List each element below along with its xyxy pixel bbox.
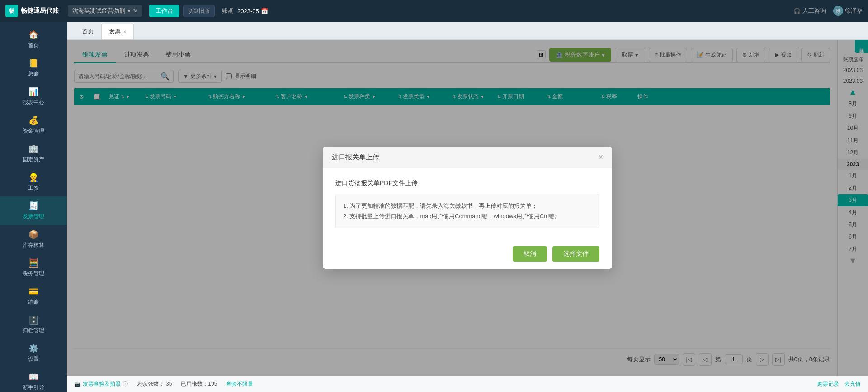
topbar-mid: 工作台 切到旧版 账期 2023-05 📅 xyxy=(149,5,268,17)
modal-overlay: 进口报关单上传 × 进口货物报关单PDF文件上传 1. 为了更加精准的数据匹配，… xyxy=(67,40,868,376)
buy-record-link[interactable]: 购票记录 xyxy=(817,380,839,388)
modal-close-button[interactable]: × xyxy=(598,153,603,161)
company-selector[interactable]: 沈海英测试经营勿删 ▾ ✎ xyxy=(68,5,142,17)
sidebar-item-archive[interactable]: 🗄️ 归档管理 xyxy=(0,311,67,339)
salary-icon: 👷 xyxy=(28,172,38,182)
sidebar-label-home: 首页 xyxy=(28,42,39,49)
sidebar-item-report[interactable]: 📊 报表中心 xyxy=(0,82,67,111)
calendar-icon: 📅 xyxy=(261,8,268,14)
user-menu[interactable]: 徐 徐泽华 xyxy=(833,6,863,16)
service-button[interactable]: 🎧 人工咨询 xyxy=(793,7,826,15)
sidebar: 🏠 首页 📒 总账 📊 报表中心 💰 资金管理 🏢 固定资产 👷 工资 🧾 发票… xyxy=(0,22,67,392)
sidebar-item-close[interactable]: 💳 结账 xyxy=(0,282,67,311)
inventory-icon: 📦 xyxy=(28,229,38,239)
switch-version-button[interactable]: 切到旧版 xyxy=(183,5,215,17)
sidebar-item-invoice[interactable]: 🧾 发票管理 xyxy=(0,196,67,225)
tax-icon: 🧮 xyxy=(28,258,38,268)
chevron-down-icon: ▾ xyxy=(128,9,130,14)
close-accounts-icon: 💳 xyxy=(28,287,38,296)
modal-cancel-button[interactable]: 取消 xyxy=(513,246,547,262)
invoice-icon: 🧾 xyxy=(28,201,38,211)
main-layout: 🏠 首页 📒 总账 📊 报表中心 💰 资金管理 🏢 固定资产 👷 工资 🧾 发票… xyxy=(0,22,868,392)
topbar: 畅 畅捷通易代账 沈海英测试经营勿删 ▾ ✎ 工作台 切到旧版 账期 2023-… xyxy=(0,0,868,22)
modal-confirm-button[interactable]: 选择文件 xyxy=(552,246,599,262)
company-name: 沈海英测试经营勿删 xyxy=(72,7,125,15)
sidebar-item-assets[interactable]: 🏢 固定资产 xyxy=(0,139,67,168)
assets-icon: 🏢 xyxy=(28,144,38,154)
tab-invoice[interactable]: 发票 × xyxy=(101,24,134,39)
modal-note-2: 2. 支持批量上传进口报关单，mac用户使用Command键，windows用户… xyxy=(343,211,592,221)
sidebar-label-close: 结账 xyxy=(28,298,39,306)
tab-invoice-label: 发票 xyxy=(109,28,121,36)
user-icon: 徐 xyxy=(833,6,843,16)
sidebar-item-settings[interactable]: ⚙️ 设置 xyxy=(0,339,67,368)
page-footer: 📷 发票查验及拍照 ⓘ 剩余张数：-35 已用张数：195 查验不限量 购票记录… xyxy=(67,376,868,392)
period-value: 2023-05 xyxy=(237,8,259,14)
tab-home[interactable]: 首页 xyxy=(74,24,101,39)
remaining-label: 剩余张数：-35 xyxy=(137,380,172,388)
ledger-icon: 📒 xyxy=(28,58,38,68)
sidebar-label-funds: 资金管理 xyxy=(23,127,44,135)
sidebar-label-ledger: 总账 xyxy=(28,70,39,78)
sidebar-label-report: 报表中心 xyxy=(23,99,44,106)
sidebar-label-inventory: 库存核算 xyxy=(23,241,44,249)
sidebar-label-guide: 新手引导 xyxy=(23,384,44,392)
import-modal: 进口报关单上传 × 进口货物报关单PDF文件上传 1. 为了更加精准的数据匹配，… xyxy=(323,147,612,269)
check-link[interactable]: 发票查验及拍照 xyxy=(83,380,121,388)
sidebar-item-home[interactable]: 🏠 首页 xyxy=(0,25,67,54)
content-area: 首页 发票 × 销项发票 进项发票 费用小票 xyxy=(67,22,868,392)
edit-icon: ✎ xyxy=(133,8,137,14)
archive-icon: 🗄️ xyxy=(28,315,38,325)
guide-icon: 📖 xyxy=(28,372,38,382)
period-label: 账期 xyxy=(222,7,234,15)
sidebar-item-salary[interactable]: 👷 工资 xyxy=(0,168,67,196)
topbar-right: 🎧 人工咨询 徐 徐泽华 xyxy=(793,6,863,16)
logo-icon: 畅 xyxy=(5,5,18,17)
modal-footer: 取消 选择文件 xyxy=(323,239,612,269)
sidebar-item-inventory[interactable]: 📦 库存核算 xyxy=(0,225,67,253)
sidebar-label-settings: 设置 xyxy=(28,355,39,363)
check-icon: 📷 xyxy=(74,381,81,387)
tab-home-label: 首页 xyxy=(82,28,94,36)
used-label: 已用张数：195 xyxy=(181,380,217,388)
modal-section-title: 进口货物报关单PDF文件上传 xyxy=(335,179,599,187)
sidebar-item-tax[interactable]: 🧮 税务管理 xyxy=(0,253,67,282)
sidebar-label-salary: 工资 xyxy=(28,184,39,192)
sidebar-item-guide[interactable]: 📖 新手引导 xyxy=(0,368,67,392)
uncheck-label[interactable]: 查验不限量 xyxy=(226,380,253,388)
gear-icon: ⚙️ xyxy=(28,344,38,354)
go-record-link[interactable]: 去充值 xyxy=(844,380,861,388)
tab-close-icon[interactable]: × xyxy=(123,29,126,34)
app-logo: 畅 畅捷通易代账 xyxy=(5,5,59,17)
modal-notes: 1. 为了更加精准的数据匹配，请先录入海关缴款书，再上传对应的报关单； 2. 支… xyxy=(335,194,599,229)
home-icon: 🏠 xyxy=(28,30,38,40)
page-content: 销项发票 进项发票 费用小票 ⊞ 🏦 税务数字账户 xyxy=(67,40,868,376)
workbench-button[interactable]: 工作台 xyxy=(149,5,179,17)
logo-text: 畅捷通易代账 xyxy=(21,7,59,15)
sidebar-label-archive: 归档管理 xyxy=(23,327,44,335)
headset-icon: 🎧 xyxy=(793,8,801,14)
modal-title: 进口报关单上传 xyxy=(332,153,379,162)
sidebar-item-ledger[interactable]: 📒 总账 xyxy=(0,54,67,82)
funds-icon: 💰 xyxy=(28,115,38,125)
info-icon: ⓘ xyxy=(123,380,128,388)
period-display: 账期 2023-05 📅 xyxy=(222,7,268,15)
sidebar-item-funds[interactable]: 💰 资金管理 xyxy=(0,111,67,139)
modal-header: 进口报关单上传 × xyxy=(323,147,612,168)
sidebar-label-tax: 税务管理 xyxy=(23,270,44,277)
sidebar-label-assets: 固定资产 xyxy=(23,156,44,163)
sidebar-label-invoice: 发票管理 xyxy=(23,213,44,220)
modal-body: 进口货物报关单PDF文件上传 1. 为了更加精准的数据匹配，请先录入海关缴款书，… xyxy=(323,168,612,239)
report-icon: 📊 xyxy=(28,87,38,97)
tab-bar: 首页 发票 × xyxy=(67,22,868,40)
modal-note-1: 1. 为了更加精准的数据匹配，请先录入海关缴款书，再上传对应的报关单； xyxy=(343,201,592,211)
